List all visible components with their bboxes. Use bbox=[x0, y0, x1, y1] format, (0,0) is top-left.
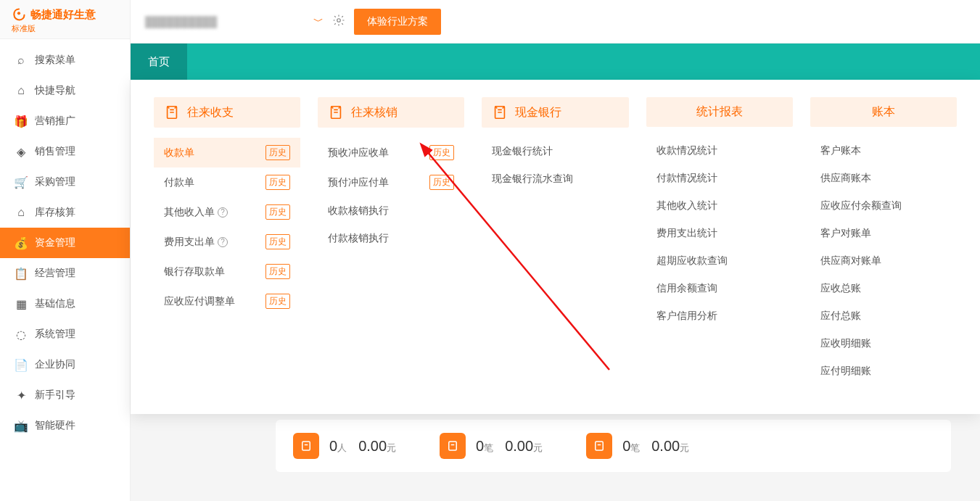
sidebar-item-label: 智能硬件 bbox=[35, 419, 75, 432]
mega-column: 往来收支收款单历史付款单历史其他收入单?历史费用支出单?历史银行存取款单历史应收… bbox=[154, 97, 300, 385]
menu-item-label: 付款单 bbox=[164, 176, 194, 189]
svg-rect-6 bbox=[302, 442, 310, 450]
stat-amount-unit: 元 bbox=[680, 442, 689, 453]
menu-item[interactable]: 应收明细账 bbox=[810, 330, 957, 357]
org-name[interactable]: ██████████ bbox=[145, 16, 290, 28]
menu-item[interactable]: 付款情况统计 bbox=[646, 165, 793, 192]
svg-point-1 bbox=[337, 18, 341, 22]
stat-item: 0笔0.00元 bbox=[440, 433, 543, 459]
sidebar-item-system[interactable]: ◌系统管理 bbox=[0, 319, 130, 349]
stat-count-unit: 笔 bbox=[630, 442, 640, 453]
sidebar-item-operation[interactable]: 📋经营管理 bbox=[0, 258, 130, 289]
sidebar-item-collab[interactable]: 📄企业协同 bbox=[0, 349, 130, 380]
stat-amount: 0.00 bbox=[358, 438, 387, 454]
sidebar-item-label: 新手引导 bbox=[35, 389, 75, 402]
gear-icon[interactable] bbox=[332, 14, 345, 30]
stats-row: 0人0.00元0笔0.00元0笔0.00元 bbox=[276, 420, 951, 472]
mega-column-title: 账本 bbox=[872, 104, 895, 120]
history-tag[interactable]: 历史 bbox=[265, 294, 290, 309]
menu-item[interactable]: 现金银行流水查询 bbox=[482, 165, 628, 193]
stat-item: 0人0.00元 bbox=[293, 433, 396, 459]
sidebar-item-label: 经营管理 bbox=[35, 267, 75, 280]
brand-name: 畅捷通好生意 bbox=[30, 8, 96, 22]
menu-item-label: 应收应付调整单 bbox=[164, 295, 235, 308]
clipboard-icon: 📋 bbox=[15, 267, 28, 280]
menu-item[interactable]: 预收冲应收单历史 bbox=[318, 138, 464, 167]
menu-item[interactable]: 供应商对账单 bbox=[810, 247, 957, 275]
menu-item-label: 客户对账单 bbox=[820, 227, 871, 240]
history-tag[interactable]: 历史 bbox=[265, 264, 290, 279]
home-icon: ⌂ bbox=[15, 84, 28, 97]
sidebar-item-search[interactable]: ⌕搜索菜单 bbox=[0, 45, 130, 75]
menu-item[interactable]: 收款情况统计 bbox=[646, 137, 793, 165]
menu-item[interactable]: 供应商账本 bbox=[810, 165, 957, 192]
menu-item[interactable]: 应收总账 bbox=[810, 275, 957, 302]
tab-home[interactable]: 首页 bbox=[131, 44, 187, 80]
menu-item-label: 付款情况统计 bbox=[656, 172, 717, 185]
sidebar-item-quicknav[interactable]: ⌂快捷导航 bbox=[0, 75, 130, 106]
sidebar-item-purchase[interactable]: 🛒采购管理 bbox=[0, 167, 130, 197]
tabbar: 首页 bbox=[131, 44, 980, 80]
menu-item-label: 付款核销执行 bbox=[328, 232, 389, 245]
menu-item[interactable]: 客户信用分析 bbox=[646, 302, 793, 330]
document-icon bbox=[492, 104, 508, 120]
mega-column-header: 往来核销 bbox=[318, 97, 464, 128]
menu-item-label: 应付明细账 bbox=[820, 365, 871, 378]
menu-item[interactable]: 信用余额查询 bbox=[646, 275, 793, 302]
history-tag[interactable]: 历史 bbox=[265, 234, 290, 249]
menu-item[interactable]: 收款单历史 bbox=[154, 138, 300, 167]
menu-item[interactable]: 付款核销执行 bbox=[318, 225, 464, 252]
menu-item-label: 信用余额查询 bbox=[656, 282, 717, 295]
sidebar-item-basicinfo[interactable]: ▦基础信息 bbox=[0, 289, 130, 319]
menu-item[interactable]: 费用支出单?历史 bbox=[154, 227, 300, 257]
menu-item[interactable]: 应收应付调整单历史 bbox=[154, 286, 300, 316]
menu-item[interactable]: 应付明细账 bbox=[810, 357, 957, 385]
cart-icon: 🛒 bbox=[15, 175, 28, 189]
sidebar-nav: ⌕搜索菜单⌂快捷导航🎁营销推广◈销售管理🛒采购管理⌂库存核算💰资金管理📋经营管理… bbox=[0, 39, 130, 447]
menu-item[interactable]: 收款核销执行 bbox=[318, 197, 464, 225]
mega-column: 账本客户账本供应商账本应收应付余额查询客户对账单供应商对账单应收总账应付总账应收… bbox=[810, 97, 957, 385]
menu-item[interactable]: 付款单历史 bbox=[154, 167, 300, 197]
sidebar-item-guide[interactable]: ✦新手引导 bbox=[0, 380, 130, 410]
chevron-down-icon[interactable]: ﹀ bbox=[313, 15, 324, 28]
sidebar-item-label: 企业协同 bbox=[35, 358, 75, 371]
history-tag[interactable]: 历史 bbox=[265, 204, 290, 220]
menu-item[interactable]: 其他收入单?历史 bbox=[154, 197, 300, 227]
stat-count: 0 bbox=[622, 438, 630, 454]
menu-item[interactable]: 客户对账单 bbox=[810, 220, 957, 247]
history-tag[interactable]: 历史 bbox=[429, 175, 454, 190]
mega-column-title: 现金银行 bbox=[515, 105, 561, 120]
menu-item-label: 费用支出单? bbox=[164, 236, 228, 249]
menu-item-label: 预收冲应收单 bbox=[328, 146, 389, 160]
menu-item[interactable]: 现金银行统计 bbox=[482, 138, 628, 165]
menu-item[interactable]: 预付冲应付单历史 bbox=[318, 167, 464, 197]
sidebar-item-sales[interactable]: ◈销售管理 bbox=[0, 136, 130, 167]
menu-item[interactable]: 应收应付余额查询 bbox=[810, 192, 957, 220]
history-tag[interactable]: 历史 bbox=[265, 145, 290, 160]
stat-amount-unit: 元 bbox=[387, 442, 396, 453]
cta-button[interactable]: 体验行业方案 bbox=[354, 9, 441, 35]
topbar: ██████████ ﹀ 体验行业方案 bbox=[131, 0, 980, 44]
history-tag[interactable]: 历史 bbox=[429, 145, 454, 160]
help-icon[interactable]: ? bbox=[218, 207, 228, 218]
gift-icon: 🎁 bbox=[15, 115, 28, 128]
menu-item[interactable]: 费用支出统计 bbox=[646, 220, 793, 247]
sidebar-item-marketing[interactable]: 🎁营销推广 bbox=[0, 106, 130, 136]
menu-item-label: 现金银行流水查询 bbox=[492, 173, 573, 186]
menu-item[interactable]: 应付总账 bbox=[810, 302, 957, 330]
sidebar-item-hardware[interactable]: 📺智能硬件 bbox=[0, 410, 130, 441]
menu-item[interactable]: 其他收入统计 bbox=[646, 192, 793, 220]
menu-item[interactable]: 银行存取款单历史 bbox=[154, 257, 300, 286]
sidebar-item-inventory[interactable]: ⌂库存核算 bbox=[0, 197, 130, 228]
help-icon[interactable]: ? bbox=[218, 237, 228, 247]
stat-icon bbox=[440, 433, 466, 459]
mega-menu: 往来收支收款单历史付款单历史其他收入单?历史费用支出单?历史银行存取款单历史应收… bbox=[131, 80, 980, 414]
stat-item: 0笔0.00元 bbox=[586, 433, 689, 459]
menu-item[interactable]: 超期应收款查询 bbox=[646, 247, 793, 275]
menu-item-label: 现金银行统计 bbox=[492, 145, 553, 158]
menu-item-label: 超期应收款查询 bbox=[656, 254, 728, 268]
menu-item[interactable]: 客户账本 bbox=[810, 137, 957, 165]
sidebar-item-funds[interactable]: 💰资金管理 bbox=[0, 228, 130, 258]
history-tag[interactable]: 历史 bbox=[265, 175, 290, 190]
search-icon: ⌕ bbox=[15, 54, 28, 67]
